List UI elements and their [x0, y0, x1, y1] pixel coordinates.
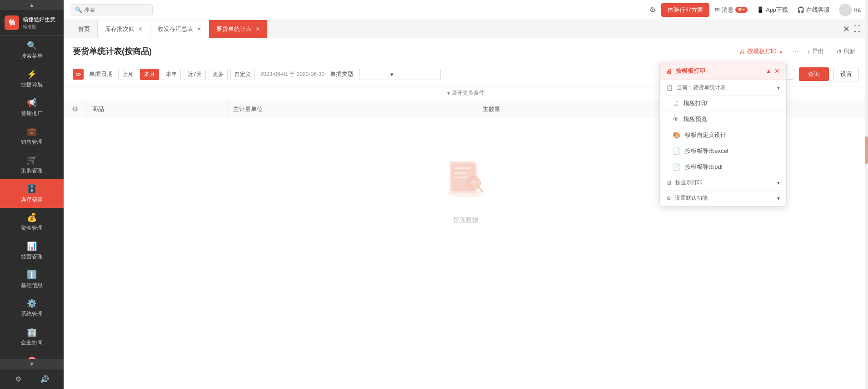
export-btn[interactable]: ↑ 导出 — [804, 45, 828, 57]
current-template-header[interactable]: 📋 当前：要货单统计表 ▾ — [660, 80, 786, 95]
scrollbar-track — [865, 0, 868, 389]
expand-more-btn[interactable]: ▾ 展开更多条件 — [447, 89, 484, 97]
eye-icon: 👁 — [673, 116, 679, 123]
refresh-btn[interactable]: ↺ 刷新 — [833, 45, 859, 57]
refresh-icon: ↺ — [837, 48, 842, 55]
date-this-year-btn[interactable]: 本年 — [162, 69, 181, 80]
dropdown-close-btn[interactable]: ✕ — [774, 67, 780, 75]
sidebar-item-inventory[interactable]: 🗄️ 库存核算 — [0, 179, 64, 208]
sidebar-item-label: 基础信息 — [21, 282, 43, 289]
print-btn-container: 🖨 按模板打印 ▲ 🖨 按模板打印 ▲ — [736, 45, 787, 57]
tab-batch-account-close[interactable]: ✕ — [138, 26, 143, 32]
template-excel-btn[interactable]: 📄 按模板导出excel — [660, 143, 786, 159]
scrollbar-thumb[interactable] — [865, 136, 868, 164]
user-area[interactable]: Rit — [839, 4, 861, 16]
trial-btn[interactable]: 体验行业方案 — [661, 3, 709, 17]
tab-collection-summary[interactable]: 收发存汇总表 ✕ — [150, 20, 209, 38]
sidebar-item-label: 采购管理 — [21, 167, 43, 175]
template-custom-btn[interactable]: 🎨 模板自定义设计 — [660, 127, 786, 143]
messages-btn[interactable]: ✉ 消息 99+ — [715, 6, 748, 14]
sidebar-item-basic[interactable]: ℹ️ 基础信息 — [0, 265, 64, 294]
tabbar-close-btn[interactable]: ✕ — [843, 24, 850, 34]
tab-collection-summary-close[interactable]: ✕ — [197, 26, 201, 32]
display-print-icon: 🖥 — [666, 180, 672, 186]
template-pdf-btn[interactable]: 📄 按模板导出pdf — [660, 159, 786, 175]
chevron-down-order-icon: ▾ — [390, 71, 394, 78]
tab-order-stats-close[interactable]: ✕ — [255, 26, 260, 32]
template-preview-btn[interactable]: 👁 模板预览 — [660, 111, 786, 127]
date-group: 上月 本月 本年 近7天 更多 自定义 — [118, 69, 255, 80]
sidebar-item-sales[interactable]: 💼 销售管理 — [0, 122, 64, 151]
enterprise-icon: 🏢 — [27, 327, 37, 337]
sidebar-item-shortcut[interactable]: ⚡ 快捷导航 — [0, 65, 64, 93]
settings-bottom-btn[interactable]: ⚙ — [15, 375, 21, 384]
inventory-icon: 🗄️ — [27, 184, 37, 194]
sidebar-bottom: ⚙ 🔊 — [0, 369, 64, 389]
topbar-settings-icon[interactable]: ⚙ — [649, 5, 656, 14]
tab-home[interactable]: 首页 — [71, 20, 98, 38]
online-service-btn[interactable]: 🎧 在线客服 — [797, 6, 830, 14]
app-download-btn[interactable]: 📱 App下载 — [757, 6, 788, 14]
template-print-btn[interactable]: 🖨 模板打印 — [660, 96, 786, 111]
expand-filter-btn[interactable]: ≫ — [73, 69, 84, 80]
date-this-month-btn[interactable]: 本月 — [140, 69, 159, 80]
template-excel-label: 按模板导出excel — [685, 147, 728, 155]
logo-icon: 畅 — [5, 15, 19, 30]
sidebar-item-operations[interactable]: 📊 经营管理 — [0, 237, 64, 265]
tab-batch-account[interactable]: 库存批次账 ✕ — [98, 20, 150, 38]
sidebar-item-purchase[interactable]: 🛒 采购管理 — [0, 151, 64, 179]
more-btn[interactable]: ··· — [792, 47, 798, 56]
sidebar-item-search[interactable]: 🔍 搜索菜单 — [0, 36, 64, 65]
sidebar-item-label: 企业协同 — [21, 339, 43, 347]
operations-icon: 📊 — [27, 241, 37, 251]
order-type-dropdown[interactable]: ▾ — [359, 69, 441, 80]
pdf-icon: 📄 — [673, 163, 680, 171]
sidebar-item-label: 营销推广 — [21, 110, 43, 117]
svg-rect-3 — [454, 167, 470, 169]
col-settings[interactable]: ⚙ — [64, 100, 86, 118]
chevron-down-icon2: ▾ — [777, 180, 780, 186]
dropdown-header: 🖨 按模板打印 ▲ ✕ — [660, 62, 786, 80]
tab-order-stats[interactable]: 要货单统计表 ✕ — [209, 20, 268, 38]
empty-icon — [439, 155, 493, 209]
template-icon: 📋 — [666, 85, 673, 91]
audio-btn[interactable]: 🔊 — [40, 375, 49, 384]
date-range-display: 2023-06-01 至 2023-06-30 — [260, 71, 324, 78]
sidebar-item-finance[interactable]: 💰 资金管理 — [0, 208, 64, 237]
template-custom-label: 模板自定义设计 — [685, 131, 726, 139]
template-print-item: 🖨 模板打印 — [660, 96, 786, 111]
date-7days-btn[interactable]: 近7天 — [184, 69, 206, 80]
date-prev-month-btn[interactable]: 上月 — [118, 69, 137, 80]
dropdown-collapse-btn[interactable]: ▲ — [765, 67, 772, 75]
sidebar-item-label: 销售管理 — [21, 138, 43, 146]
service-icon: 🎧 — [797, 6, 804, 13]
export-icon: ↑ — [808, 48, 811, 55]
tabbar-expand-btn[interactable]: ⛶ — [853, 25, 861, 33]
template-excel-item: 📄 按模板导出excel — [660, 143, 786, 159]
printer-dropdown-icon: 🖨 — [666, 68, 672, 75]
date-custom-btn[interactable]: 自定义 — [230, 69, 255, 80]
sidebar-item-enterprise[interactable]: 🏢 企业协同 — [0, 323, 64, 351]
table-settings-icon[interactable]: ⚙ — [72, 105, 78, 113]
default-func-header[interactable]: ⚙ 设置默认功能 ▾ — [660, 191, 786, 206]
printer-icon: 🖨 — [739, 48, 745, 55]
topbar-search-box[interactable]: 🔍 — [71, 4, 153, 15]
search-icon: 🔍 — [75, 6, 82, 13]
display-print-header[interactable]: 🖥 按显示打印 ▾ — [660, 175, 786, 190]
print-btn[interactable]: 🖨 按模板打印 ▲ — [736, 45, 787, 57]
search-input[interactable] — [84, 7, 143, 13]
sidebar-scroll-down[interactable]: ▼ — [0, 359, 64, 369]
filter-settings-btn[interactable]: 设置 — [833, 67, 859, 81]
topbar: 🔍 ⚙ 体验行业方案 ✉ 消息 99+ 📱 App下载 🎧 在线客服 Rit — [64, 0, 868, 20]
date-more-btn[interactable]: 更多 — [209, 69, 228, 80]
chevron-up-icon: ▲ — [778, 49, 783, 54]
sidebar-item-system[interactable]: ⚙️ 系统管理 — [0, 294, 64, 323]
purchase-icon: 🛒 — [27, 155, 37, 165]
current-template-label: 当前：要货单统计表 — [677, 84, 726, 91]
message-badge: 99+ — [735, 7, 748, 13]
sidebar-item-newbie[interactable]: 🎯 新手引导 — [0, 351, 64, 359]
sidebar-scroll-up[interactable]: ▲ — [0, 0, 64, 10]
query-btn[interactable]: 查询 — [799, 67, 829, 81]
display-print-label: 按显示打印 — [675, 179, 703, 187]
sidebar-item-marketing[interactable]: 📢 营销推广 — [0, 93, 64, 122]
